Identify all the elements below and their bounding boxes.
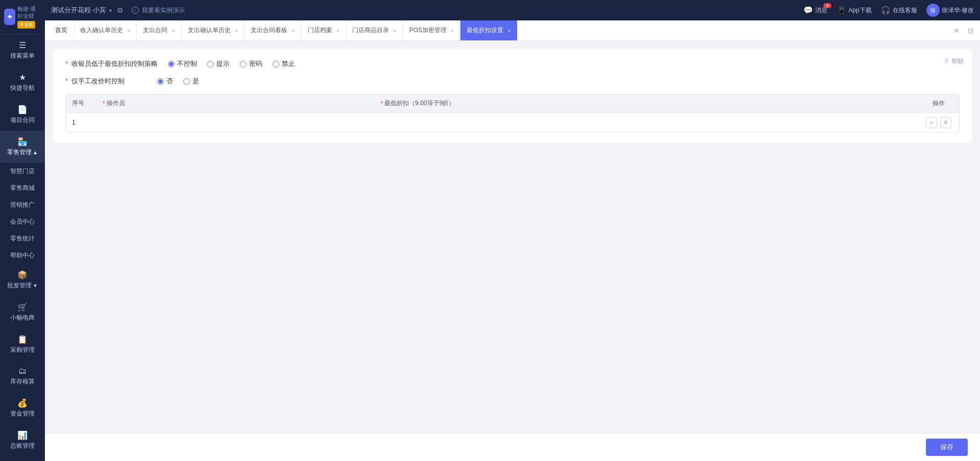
sidebar-item-ecommerce[interactable]: 零售商城 <box>0 180 45 197</box>
topbar-settings-button[interactable]: ⚙ <box>117 6 124 14</box>
wholesale-label-row: 批发管理 ▼ <box>2 281 43 290</box>
demo-link[interactable]: ○ 我要看实例演示 <box>132 6 185 15</box>
tab-store-catalog[interactable]: 门店商品目录 × <box>346 20 403 41</box>
tabbar: 首页 收入确认单历史 × 支出合同 × 支出确认单历史 × 支出合同看板 × 门… <box>45 20 980 41</box>
messages-icon: 💬 <box>803 6 813 15</box>
delete-row-button[interactable]: ✕ <box>940 117 951 128</box>
radio-no[interactable]: 否 <box>157 77 173 86</box>
main-area: 测试分开花程·小宾 ▾ ⚙ ○ 我要看实例演示 💬 消息 8 📱 App下载 🎧… <box>45 0 980 461</box>
col-operator-label: 操作员 <box>107 99 125 108</box>
sidebar-item-purchase[interactable]: 📋 采购管理 <box>0 328 45 360</box>
project-name: 测试分开花程·小宾 <box>51 6 106 15</box>
radio-forbid[interactable]: 禁止 <box>273 59 295 68</box>
radio-yes[interactable]: 是 <box>183 77 199 86</box>
sidebar-item-wholesale[interactable]: 📦 批发管理 ▼ <box>0 264 45 296</box>
radio-password-input[interactable] <box>240 61 247 67</box>
sidebar-item-search[interactable]: ☰ 搜索菜单 <box>0 34 45 66</box>
field2-label: * 仅手工改价时控制 <box>65 77 147 86</box>
sidebar-item-retail-stats[interactable]: 零售统计 <box>0 230 45 247</box>
tab-store-archive-close[interactable]: × <box>336 28 339 34</box>
messages-button[interactable]: 💬 消息 8 <box>803 6 827 15</box>
tab-min-discount-close[interactable]: × <box>507 28 510 34</box>
sidebar-item-finance[interactable]: 💰 资金管理 <box>0 392 45 424</box>
discount-table: 序号 * 操作员 * 最低折扣（9.00等于9折） 操作 <box>65 94 960 133</box>
radio-no-control-input[interactable] <box>168 61 175 67</box>
sidebar-item-membership[interactable]: 会员中心 <box>0 213 45 230</box>
col-header-action: 操作 <box>918 99 959 108</box>
cell-action-1: ＋ ✕ <box>918 117 959 128</box>
page-content: ？ 帮助 * 收银员低于最低折扣控制策略 不控制 提示 <box>45 41 980 433</box>
demo-circle-icon: ○ <box>132 7 139 14</box>
sidebar-item-invoice[interactable]: 🧾 发票管理 <box>0 456 45 461</box>
sidebar-item-xcecommerce[interactable]: 🛒 小畅电商 <box>0 296 45 328</box>
sidebar-label-smart-store: 智慧门店 <box>2 167 43 176</box>
sidebar-item-marketing[interactable]: 营销推广 <box>0 197 45 213</box>
tab-expense-contract-close[interactable]: × <box>172 28 175 34</box>
sidebar: ✦ 畅捷·通好业财 专业版 ☰ 搜索菜单 ★ 快捷导航 📄 项目合同 🏪 零售管… <box>0 0 45 461</box>
sidebar-item-inventory[interactable]: 🗂 库存核算 <box>0 360 45 392</box>
sidebar-label-help: 帮助中心 <box>2 251 43 260</box>
user-name: 徐泽华·修改 <box>942 6 974 15</box>
app-download-button[interactable]: 📱 App下载 <box>837 6 871 15</box>
page-footer: 保存 <box>45 433 980 461</box>
col-discount-label: 最低折扣（9.00等于9折） <box>384 99 455 108</box>
field1-label-text: 收银员低于最低折扣控制策略 <box>71 60 158 67</box>
sidebar-item-help[interactable]: 帮助中心 <box>0 247 45 264</box>
sidebar-item-smart-store[interactable]: 智慧门店 <box>0 163 45 180</box>
sidebar-label-retail: 零售管理 <box>7 148 32 157</box>
tab-store-catalog-label: 门店商品目录 <box>352 26 389 35</box>
radio-yes-input[interactable] <box>183 78 190 85</box>
sidebar-label-ecommerce: 零售商城 <box>2 184 43 192</box>
finance-icon: 💰 <box>2 398 43 408</box>
save-button[interactable]: 保存 <box>926 439 968 456</box>
radio-prompt[interactable]: 提示 <box>207 59 230 68</box>
radio-no-input[interactable] <box>157 78 164 85</box>
tab-expense-history-close[interactable]: × <box>235 28 238 34</box>
tab-income-history-label: 收入确认单历史 <box>80 26 123 35</box>
close-tab-button[interactable]: ✕ <box>951 26 962 36</box>
add-row-button[interactable]: ＋ <box>926 117 937 128</box>
online-service-button[interactable]: 🎧 在线客服 <box>881 6 917 15</box>
tab-pos-security[interactable]: POS加密管理 × <box>403 20 461 41</box>
tab-income-history[interactable]: 收入确认单历史 × <box>74 20 137 41</box>
project-dropdown-icon: ▾ <box>109 8 112 13</box>
tab-expense-board[interactable]: 支出合同看板 × <box>244 20 301 41</box>
project-selector[interactable]: 测试分开花程·小宾 ▾ <box>51 6 112 15</box>
project-icon: 📄 <box>2 105 43 114</box>
tab-store-catalog-close[interactable]: × <box>393 28 396 34</box>
sidebar-item-retail[interactable]: 🏪 零售管理 ▲ <box>0 131 45 163</box>
tab-home[interactable]: 首页 <box>49 20 74 41</box>
col-header-discount: * 最低折扣（9.00等于9折） <box>375 99 918 108</box>
user-profile-button[interactable]: 徐 徐泽华·修改 <box>926 4 974 17</box>
radio-password[interactable]: 密码 <box>240 59 262 68</box>
settings-card: ？ 帮助 * 收银员低于最低折扣控制策略 不控制 提示 <box>53 49 972 143</box>
retail-icon: 🏪 <box>2 137 43 147</box>
tab-income-history-close[interactable]: × <box>127 28 130 34</box>
sidebar-label-finance: 资金管理 <box>2 409 43 418</box>
col-action-label: 操作 <box>933 99 945 108</box>
tab-min-discount[interactable]: 最低折扣设置 × <box>460 20 517 41</box>
app-logo: ✦ 畅捷·通好业财 专业版 <box>0 0 45 34</box>
app-download-icon: 📱 <box>837 6 846 15</box>
tab-pos-security-close[interactable]: × <box>451 28 454 34</box>
sidebar-label-marketing: 营销推广 <box>2 201 43 209</box>
help-button[interactable]: ？ 帮助 <box>943 57 964 66</box>
radio-prompt-input[interactable] <box>207 61 214 67</box>
radio-forbid-input[interactable] <box>273 61 279 67</box>
sidebar-item-project[interactable]: 📄 项目合同 <box>0 99 45 131</box>
sidebar-item-ledger[interactable]: 📊 总账管理 <box>0 424 45 456</box>
tab-expense-contract-label: 支出合同 <box>143 26 167 35</box>
topbar: 测试分开花程·小宾 ▾ ⚙ ○ 我要看实例演示 💬 消息 8 📱 App下载 🎧… <box>45 0 980 20</box>
row1-seq: 1 <box>72 119 76 126</box>
field1-required-mark: * <box>65 60 68 67</box>
pro-badge: 专业版 <box>17 21 35 29</box>
radio-no-control[interactable]: 不控制 <box>168 59 197 68</box>
sidebar-label-search: 搜索菜单 <box>2 52 43 60</box>
tab-expense-contract[interactable]: 支出合同 × <box>137 20 181 41</box>
tab-expense-board-close[interactable]: × <box>291 28 295 34</box>
sidebar-item-quicknav[interactable]: ★ 快捷导航 <box>0 66 45 99</box>
tab-expense-history[interactable]: 支出确认单历史 × <box>182 20 244 41</box>
tab-menu-button[interactable]: ⊟ <box>966 26 976 36</box>
sidebar-label-project: 项目合同 <box>2 116 43 125</box>
tab-store-archive[interactable]: 门店档案 × <box>302 20 346 41</box>
